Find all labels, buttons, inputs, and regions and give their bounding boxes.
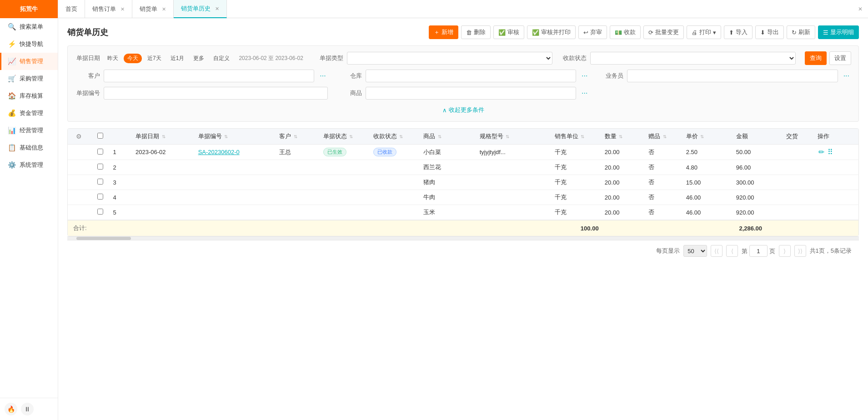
goods-more-btn[interactable]: ···: [580, 89, 589, 97]
page-size-label: 每页显示: [656, 247, 680, 255]
goods-input[interactable]: [366, 87, 576, 100]
spec-sort-icon[interactable]: ⇅: [506, 134, 509, 139]
date-tag-1month[interactable]: 近1月: [167, 54, 188, 63]
delete-button[interactable]: 🗑 删除: [461, 25, 491, 39]
first-page-btn[interactable]: ⟨⟨: [711, 245, 722, 257]
sidebar-item-quick-nav[interactable]: ⚡ 快捷导航: [0, 35, 58, 53]
tab-sales-order-close[interactable]: ✕: [120, 0, 125, 18]
staff-input[interactable]: [627, 70, 838, 82]
sidebar-item-finance[interactable]: 💰 资金管理: [0, 105, 58, 122]
scrollbar-thumb[interactable]: [76, 237, 131, 240]
goods-sort-icon[interactable]: ⇅: [438, 134, 442, 139]
page-size-select[interactable]: 50 100: [683, 245, 707, 257]
tab-sales-delivery-close[interactable]: ✕: [162, 0, 166, 18]
collapse-button[interactable]: ∧ 收起更多条件: [75, 104, 851, 116]
settings-button[interactable]: 设置: [829, 51, 851, 65]
tab-sales-order[interactable]: 销售订单 ✕: [85, 0, 132, 18]
audit-print-button[interactable]: ✅ 审核并打印: [527, 25, 576, 39]
sidebar-item-inventory[interactable]: 🏠 库存核算: [0, 87, 58, 105]
column-settings-icon[interactable]: ⚙: [76, 133, 82, 140]
new-button[interactable]: ＋ 新增: [429, 25, 458, 39]
more-action-btn[interactable]: ⠿: [828, 148, 833, 156]
print-button[interactable]: 🖨 打印 ▾: [687, 25, 721, 39]
gift-sort-icon[interactable]: ⇅: [663, 134, 667, 139]
date-filter: 昨天 今天 近7天 近1月 更多 自定义 2023-06-02 至 2023-0…: [104, 54, 309, 63]
collect-button[interactable]: 💵 收款: [610, 25, 641, 39]
row-num-cell: 2: [110, 160, 133, 175]
sidebar-item-purchase-mgmt[interactable]: 🛒 采购管理: [0, 70, 58, 87]
prev-page-btn[interactable]: ⟨: [726, 245, 738, 257]
row-checkbox[interactable]: [97, 194, 103, 200]
sidebar-item-sales-mgmt[interactable]: 📈 销售管理: [0, 53, 58, 70]
tab-sales-history-close[interactable]: ✕: [215, 0, 219, 18]
select-all-checkbox[interactable]: [97, 133, 103, 139]
audit-button[interactable]: ✅ 审核: [493, 25, 524, 39]
doc-number-sort-icon[interactable]: ⇅: [224, 134, 228, 139]
sidebar-pause-btn[interactable]: ⏸: [21, 403, 34, 415]
doc-status-sort-icon[interactable]: ⇅: [349, 134, 353, 139]
page-input[interactable]: [749, 245, 768, 257]
doc-date-cell: [133, 160, 196, 175]
sidebar-item-search-menu[interactable]: 🔍 搜索菜单: [0, 18, 58, 35]
staff-more-btn[interactable]: ···: [842, 72, 851, 80]
row-checkbox[interactable]: [97, 164, 103, 170]
doc-status-cell: [321, 205, 371, 220]
page-info: 第 页: [742, 245, 775, 257]
audit-icon: ✅: [498, 29, 506, 36]
sidebar-item-base-info[interactable]: 📋 基础信息: [0, 139, 58, 156]
date-tag-more[interactable]: 更多: [190, 54, 208, 63]
import-button[interactable]: ⬆ 导入: [724, 25, 753, 39]
price-sort-icon[interactable]: ⇅: [700, 134, 704, 139]
row-checkbox[interactable]: [97, 179, 103, 185]
last-page-btn[interactable]: ⟩⟩: [794, 245, 806, 257]
doc-type-select[interactable]: [347, 52, 552, 65]
doc-number-cell: [196, 160, 277, 175]
row-num-cell: 3: [110, 175, 133, 190]
checkbox-cell: [90, 175, 110, 190]
unit-sort-icon[interactable]: ⇅: [581, 134, 584, 139]
refresh-button[interactable]: ↻ 刷新: [787, 25, 815, 39]
customer-more-btn[interactable]: ···: [318, 72, 327, 80]
export-button[interactable]: ⬇ 导出: [755, 25, 784, 39]
date-tag-7days[interactable]: 近7天: [144, 54, 165, 63]
abandon-button[interactable]: ↩ 弃审: [578, 25, 607, 39]
warehouse-label: 仓库: [337, 72, 362, 80]
customer-input[interactable]: [104, 70, 314, 82]
tab-sales-delivery[interactable]: 销货单 ✕: [132, 0, 174, 18]
doc-date-sort-icon[interactable]: ⇅: [162, 134, 166, 139]
collect-status-sort-icon[interactable]: ⇅: [399, 134, 403, 139]
pagination: 每页显示 50 100 ⟨⟨ ⟨ 第 页 ⟩ ⟩⟩ 共1页，5条记录: [67, 240, 859, 261]
edit-action-btn[interactable]: ✏: [818, 148, 824, 156]
staff-label: 业务员: [598, 72, 623, 80]
date-tag-custom[interactable]: 自定义: [210, 54, 233, 63]
query-button[interactable]: 查询: [805, 51, 827, 65]
doc-number-input[interactable]: [104, 87, 328, 100]
sidebar-item-label: 快捷导航: [20, 40, 43, 48]
customer-sort-icon[interactable]: ⇅: [294, 134, 297, 139]
unit-col-header: 销售单位 ⇅: [552, 129, 602, 145]
spec-cell: [477, 205, 552, 220]
qty-sort-icon[interactable]: ⇅: [619, 134, 622, 139]
price-col-header: 单价 ⇅: [683, 129, 733, 145]
sidebar-item-system[interactable]: ⚙️ 系统管理: [0, 156, 58, 174]
show-detail-button[interactable]: ☰ 显示明细: [818, 25, 859, 39]
sidebar-fire-btn[interactable]: 🔥: [5, 403, 17, 415]
warehouse-more-btn[interactable]: ···: [580, 72, 589, 80]
customer-cell: [276, 175, 320, 190]
date-tag-today[interactable]: 今天: [124, 54, 142, 63]
tab-sales-history[interactable]: 销货单历史 ✕: [174, 0, 227, 18]
next-page-btn[interactable]: ⟩: [779, 245, 791, 257]
tab-home[interactable]: 首页: [58, 0, 85, 18]
row-checkbox[interactable]: [97, 209, 103, 215]
warehouse-input[interactable]: [366, 70, 576, 82]
footer-total-qty: 100.00: [567, 225, 599, 232]
doc-number-link[interactable]: SA-20230602-0: [198, 149, 240, 155]
sidebar-item-operation[interactable]: 📊 经营管理: [0, 122, 58, 139]
row-checkbox[interactable]: [97, 149, 103, 155]
tabs-close-all[interactable]: ✕: [853, 6, 868, 12]
collect-status-select[interactable]: [590, 52, 796, 65]
horizontal-scrollbar[interactable]: [67, 236, 859, 240]
batch-change-button[interactable]: ⟳ 批量变更: [643, 25, 684, 39]
date-tag-yesterday[interactable]: 昨天: [104, 54, 122, 63]
doc-type-field: 单据类型: [318, 52, 552, 65]
